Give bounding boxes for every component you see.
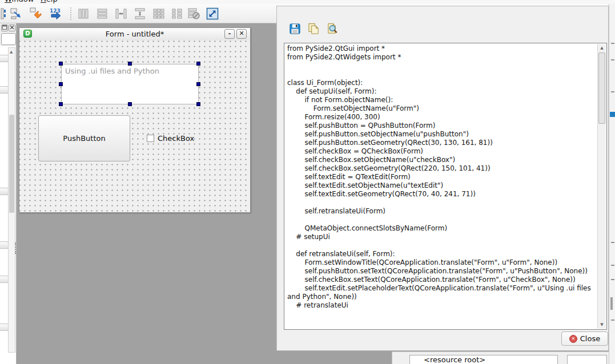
layout-form-button[interactable] xyxy=(169,6,185,22)
edit-widgets-button[interactable] xyxy=(0,6,8,22)
layout-grid-icon xyxy=(152,7,166,21)
strip-mark xyxy=(611,279,614,280)
selection-handle-bottom-middle[interactable] xyxy=(128,102,132,106)
widget-category-header[interactable] xyxy=(0,188,9,195)
layout-vertical-icon xyxy=(95,7,109,21)
qt-designer-window: Window Help xyxy=(0,0,615,364)
form-canvas[interactable]: Using .ui files and Python PushButton Ch… xyxy=(19,41,250,212)
code-editor[interactable]: from PySide2.QtGui import * from PySide2… xyxy=(284,43,607,330)
widget-box-panel: ▲ xyxy=(0,23,17,364)
widget-category-header[interactable] xyxy=(0,86,9,94)
layout-horizontal-button[interactable] xyxy=(75,6,91,22)
scroll-up-icon: ▲ xyxy=(10,50,13,54)
form-designer-window: D Form - untitled* - ✕ Using .ui files a… xyxy=(19,27,251,213)
selection-handle-bottom-right[interactable] xyxy=(196,102,200,106)
strip-mark xyxy=(611,242,614,243)
adjust-size-icon xyxy=(206,7,219,21)
strip-mark xyxy=(611,59,614,60)
checkbox-widget[interactable]: CheckBox xyxy=(147,127,204,150)
edit-signals-slots-button[interactable] xyxy=(9,6,25,22)
widget-box-scrollbar[interactable]: ▲ xyxy=(8,47,15,353)
dock-float-button[interactable] xyxy=(1,25,8,31)
close-circle-icon: ✕ xyxy=(569,335,577,343)
widget-category-header[interactable] xyxy=(0,323,9,331)
widget-box-list: ▲ xyxy=(0,46,16,364)
form-close-button[interactable]: ✕ xyxy=(236,29,247,39)
find-button[interactable] xyxy=(325,21,340,36)
dock-close-button[interactable] xyxy=(9,25,15,31)
find-icon xyxy=(326,22,339,35)
selection-handle-top-left[interactable] xyxy=(59,62,63,66)
layout-horizontal-splitter-button[interactable] xyxy=(113,6,129,22)
selection-handle-top-middle[interactable] xyxy=(128,62,132,66)
code-text: from PySide2.QtGui import * from PySide2… xyxy=(284,43,597,329)
break-layout-icon xyxy=(187,7,200,21)
form-title: Form - untitled* xyxy=(19,30,250,38)
strip-mark xyxy=(611,319,614,321)
edit-widgets-partial-icon xyxy=(0,7,7,21)
code-vertical-scrollbar[interactable]: ▲ ▼ xyxy=(597,44,606,329)
resource-detail-box[interactable] xyxy=(567,355,607,364)
checkbox-label: CheckBox xyxy=(158,134,194,143)
widget-category-header[interactable] xyxy=(0,55,9,62)
form-titlebar[interactable]: D Form - untitled* - ✕ xyxy=(19,28,250,41)
edit-tab-order-icon: 123 xyxy=(49,7,62,21)
menu-help[interactable]: Help xyxy=(41,0,58,3)
textedit-widget[interactable]: Using .ui files and Python xyxy=(61,64,199,104)
menu-window[interactable]: Window xyxy=(5,0,34,3)
right-dock-strip xyxy=(609,4,615,364)
float-icon xyxy=(2,25,7,30)
scrollbar-thumb[interactable] xyxy=(9,115,14,213)
selection-handle-bottom-left[interactable] xyxy=(59,102,63,106)
pushbutton-widget[interactable]: PushButton xyxy=(38,115,130,161)
resource-browser-panel: <resource root> xyxy=(392,351,615,364)
break-layout-button[interactable] xyxy=(186,6,202,22)
checkbox-indicator[interactable] xyxy=(147,135,154,142)
code-preview-dialog: from PySide2.QtGui import * from PySide2… xyxy=(276,6,609,351)
layout-horizontal-splitter-icon xyxy=(114,7,128,21)
menubar: Window Help xyxy=(0,0,615,4)
scroll-down-icon[interactable]: ▼ xyxy=(598,321,606,329)
toolbar-separator xyxy=(70,7,71,20)
widget-category-header[interactable] xyxy=(0,241,9,249)
strip-mark xyxy=(611,265,614,266)
selection-handle-middle-right[interactable] xyxy=(196,82,200,86)
form-minimize-button[interactable]: - xyxy=(224,29,235,39)
strip-selected-mark xyxy=(610,112,615,117)
strip-mark xyxy=(611,91,614,92)
layout-vertical-splitter-icon xyxy=(133,7,147,21)
close-button[interactable]: ✕ Close xyxy=(561,331,608,346)
widget-filter-input[interactable] xyxy=(1,33,16,45)
copy-icon xyxy=(307,22,320,35)
widget-category-header[interactable] xyxy=(0,276,9,283)
save-button[interactable] xyxy=(287,21,302,36)
scrollbar-thumb[interactable] xyxy=(598,52,605,124)
edit-tab-order-button[interactable]: 123 xyxy=(47,6,63,22)
copy-button[interactable] xyxy=(306,21,321,36)
strip-scrollbar-thumb xyxy=(610,297,613,310)
layout-vertical-splitter-button[interactable] xyxy=(132,6,148,22)
selection-handle-middle-left[interactable] xyxy=(59,82,63,86)
save-icon xyxy=(288,22,302,35)
layout-horizontal-icon xyxy=(77,7,90,21)
close-button-label: Close xyxy=(580,334,600,343)
dock-splitter-handle[interactable] xyxy=(15,242,16,254)
layout-form-icon xyxy=(170,7,184,21)
scroll-up-icon[interactable]: ▲ xyxy=(598,44,606,52)
adjust-size-button[interactable] xyxy=(204,6,220,22)
close-icon xyxy=(10,25,14,30)
edit-buddies-button[interactable] xyxy=(28,6,44,22)
resource-root-item[interactable]: <resource root> xyxy=(409,355,558,364)
selection-handle-top-right[interactable] xyxy=(196,62,200,66)
edit-signals-slots-icon xyxy=(10,7,23,21)
edit-buddies-icon xyxy=(29,7,43,21)
strip-mark xyxy=(611,43,614,44)
layout-vertical-button[interactable] xyxy=(94,6,110,22)
tab-order-123-label: 123 xyxy=(50,8,61,14)
layout-grid-button[interactable] xyxy=(151,6,167,22)
